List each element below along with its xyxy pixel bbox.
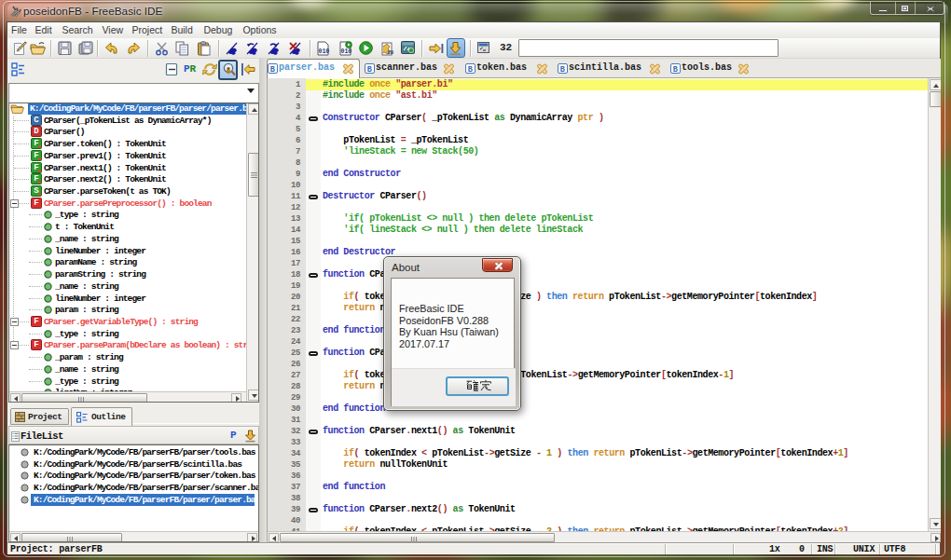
svg-text:B: B (560, 65, 565, 74)
svg-text:010: 010 (319, 48, 330, 55)
svg-text:B: B (367, 65, 372, 74)
svg-text:B: B (270, 65, 275, 74)
svg-text:B: B (673, 65, 678, 74)
svg-text:010: 010 (341, 48, 352, 55)
svg-text:B: B (468, 65, 473, 74)
svg-text:10: 10 (387, 49, 394, 56)
